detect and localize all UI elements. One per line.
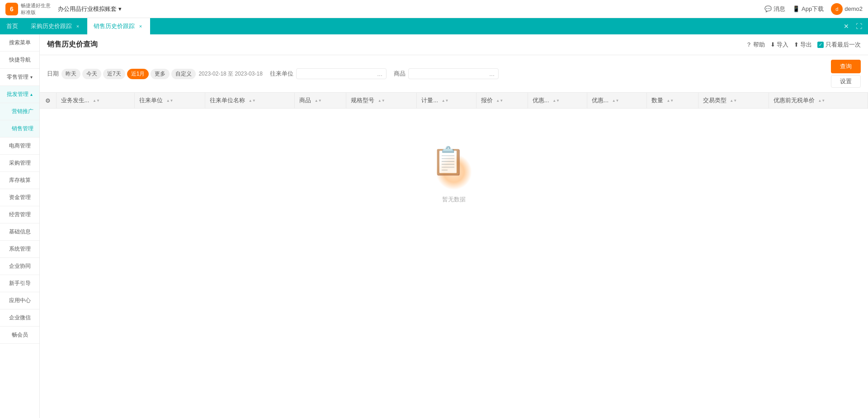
sidebar-item-inventory[interactable]: 库存核算 (0, 172, 39, 189)
user-menu[interactable]: d demo2 (831, 3, 863, 15)
th-date[interactable]: 业务发生... ▲▼ (56, 93, 135, 109)
sort-arrows: ▲▼ (249, 99, 256, 103)
top-bar-right: 💬 消息 📱 App下载 d demo2 (764, 3, 863, 15)
empty-icon: 📋 (431, 145, 476, 190)
date-btn-custom[interactable]: 自定义 (171, 69, 196, 79)
date-btn-7days[interactable]: 近7天 (103, 69, 125, 79)
empty-state: 📋 暂无数据 (40, 109, 868, 240)
sidebar-finance-label: 资金管理 (9, 194, 31, 201)
th-unit-name[interactable]: 往来单位名称 ▲▼ (205, 93, 295, 109)
sidebar-item-newuser[interactable]: 新手引导 (0, 275, 39, 292)
help-button[interactable]: ？ 帮助 (746, 41, 765, 49)
query-button[interactable]: 查询 (831, 60, 861, 73)
app-name: 办公用品行业模拟账套 (58, 5, 117, 13)
sidebar-item-enterprise-wechat[interactable]: 企业微信 (0, 309, 39, 327)
sort-arrows: ▲▼ (93, 99, 100, 103)
sort-arrows: ▲▼ (552, 99, 560, 103)
unit-label: 往来单位 (270, 70, 293, 78)
th-pretax-price[interactable]: 优惠前无税单价 ▲▼ (769, 93, 868, 109)
date-label: 日期 (47, 70, 59, 78)
export-button[interactable]: ⬆ 导出 (794, 41, 812, 49)
product-input[interactable] (412, 71, 489, 77)
sidebar: 搜索菜单 快捷导航 零售管理 ▾ 批发管理 ▴ 营销推广 销售管理 电商管理 采… (0, 34, 40, 418)
product-input-wrapper: ... (408, 68, 499, 79)
th-product[interactable]: 商品 ▲▼ (295, 93, 346, 109)
product-dots-button[interactable]: ... (489, 70, 495, 77)
import-button[interactable]: ⬇ 导入 (770, 41, 788, 49)
app-selector[interactable]: 办公用品行业模拟账套 ▾ (54, 3, 125, 15)
sidebar-item-wholesale[interactable]: 批发管理 ▴ (0, 86, 39, 103)
sidebar-newuser-label: 新手引导 (9, 280, 31, 287)
date-btn-more[interactable]: 更多 (151, 69, 170, 79)
sidebar-basics-label: 基础信息 (9, 228, 31, 236)
sort-arrows: ▲▼ (378, 99, 385, 103)
sidebar-enterprise-collab-label: 企业协同 (9, 262, 31, 270)
content-area: 销售历史价查询 ？ 帮助 ⬇ 导入 ⬆ 导出 (40, 34, 868, 418)
filter-row: 日期 昨天 今天 近7天 近1月 更多 自定义 2023-02-18 至 202… (40, 55, 868, 93)
th-trade-type[interactable]: 交易类型 ▲▼ (698, 93, 769, 109)
date-range-text: 2023-02-18 至 2023-03-18 (198, 70, 262, 78)
th-unit-code[interactable]: 往来单位 ▲▼ (135, 93, 205, 109)
chevron-down-icon: ▾ (30, 75, 33, 80)
tab-bar: 首页 采购历史价跟踪 × 销售历史价跟踪 × ✕ ⛶ (0, 18, 868, 34)
th-discount2[interactable]: 优惠... ▲▼ (587, 93, 647, 109)
download-icon: 📱 (793, 5, 800, 12)
page-header-actions: ？ 帮助 ⬇ 导入 ⬆ 导出 ✓ 只看最后一 (746, 41, 861, 49)
sidebar-item-retail[interactable]: 零售管理 ▾ (0, 69, 39, 86)
tab-sales-history[interactable]: 销售历史价跟踪 × (87, 18, 150, 34)
top-bar-left: 6 畅捷通好生意 标准版 办公用品行业模拟账套 ▾ (5, 2, 125, 15)
sidebar-search-label: 搜索菜单 (9, 39, 31, 47)
th-spec[interactable]: 规格型号 ▲▼ (346, 93, 417, 109)
unit-dots-button[interactable]: ... (377, 70, 382, 77)
date-btn-today[interactable]: 今天 (82, 69, 101, 79)
top-bar: 6 畅捷通好生意 标准版 办公用品行业模拟账套 ▾ 💬 消息 📱 App下载 d… (0, 0, 868, 18)
sidebar-vip-label: 畅会员 (12, 331, 28, 339)
checkbox-icon: ✓ (817, 42, 824, 48)
close-tab-button[interactable]: ✕ (841, 21, 852, 32)
sidebar-item-enterprise-collab[interactable]: 企业协同 (0, 258, 39, 275)
fullscreen-button[interactable]: ⛶ (854, 21, 864, 32)
settings-button[interactable]: 设置 (831, 75, 861, 88)
tab-home[interactable]: 首页 (0, 18, 24, 34)
tab-purchase-history[interactable]: 采购历史价跟踪 × (24, 18, 87, 34)
tab-purchase-close[interactable]: × (75, 23, 81, 29)
date-btn-yesterday[interactable]: 昨天 (61, 69, 80, 79)
sort-arrows: ▲▼ (730, 99, 737, 103)
sidebar-item-basics[interactable]: 基础信息 (0, 223, 39, 241)
sort-arrows: ▲▼ (442, 99, 449, 103)
tab-sales-close[interactable]: × (137, 23, 144, 29)
chevron-up-icon: ▴ (30, 92, 33, 97)
sidebar-item-ecommerce[interactable]: 电商管理 (0, 138, 39, 155)
sidebar-item-operations[interactable]: 经营管理 (0, 206, 39, 223)
dropdown-icon: ▾ (118, 5, 122, 12)
tab-bar-actions: ✕ ⛶ (841, 21, 868, 32)
sidebar-enterprise-wechat-label: 企业微信 (9, 314, 31, 322)
sidebar-item-sales-mgmt[interactable]: 销售管理 (0, 120, 39, 138)
th-gear[interactable]: ⚙ (40, 93, 56, 109)
date-btn-1month[interactable]: 近1月 (127, 69, 149, 79)
sidebar-item-appcenter[interactable]: 应用中心 (0, 292, 39, 309)
unit-input[interactable] (300, 71, 377, 77)
only-last-checkbox[interactable]: ✓ 只看最后一次 (817, 41, 861, 49)
th-quantity[interactable]: 数量 ▲▼ (646, 93, 698, 109)
sidebar-inventory-label: 库存核算 (9, 176, 31, 184)
action-buttons: 查询 设置 (831, 60, 861, 88)
sidebar-item-system[interactable]: 系统管理 (0, 241, 39, 258)
sidebar-item-purchase[interactable]: 采购管理 (0, 155, 39, 172)
date-filter-group: 日期 昨天 今天 近7天 近1月 更多 自定义 2023-02-18 至 202… (47, 69, 263, 79)
app-download-button[interactable]: 📱 App下载 (793, 5, 824, 13)
page-header: 销售历史价查询 ？ 帮助 ⬇ 导入 ⬆ 导出 (40, 34, 868, 55)
sidebar-item-shortcuts[interactable]: 快捷导航 (0, 52, 39, 69)
th-price[interactable]: 报价 ▲▼ (476, 93, 528, 109)
th-discount1[interactable]: 优惠... ▲▼ (528, 93, 587, 109)
sort-arrows: ▲▼ (666, 99, 674, 103)
table-area: ⚙ 业务发生... ▲▼ 往来单位 ▲▼ 往来单位名称 ▲▼ (40, 93, 868, 418)
message-button[interactable]: 💬 消息 (764, 5, 785, 13)
sidebar-item-marketing[interactable]: 营销推广 (0, 103, 39, 120)
th-unit[interactable]: 计量... ▲▼ (417, 93, 476, 109)
sidebar-item-search[interactable]: 搜索菜单 (0, 34, 39, 52)
sidebar-item-vip[interactable]: 畅会员 (0, 327, 39, 344)
sort-arrows: ▲▼ (496, 99, 503, 103)
sidebar-item-finance[interactable]: 资金管理 (0, 189, 39, 206)
message-icon: 💬 (764, 5, 772, 12)
